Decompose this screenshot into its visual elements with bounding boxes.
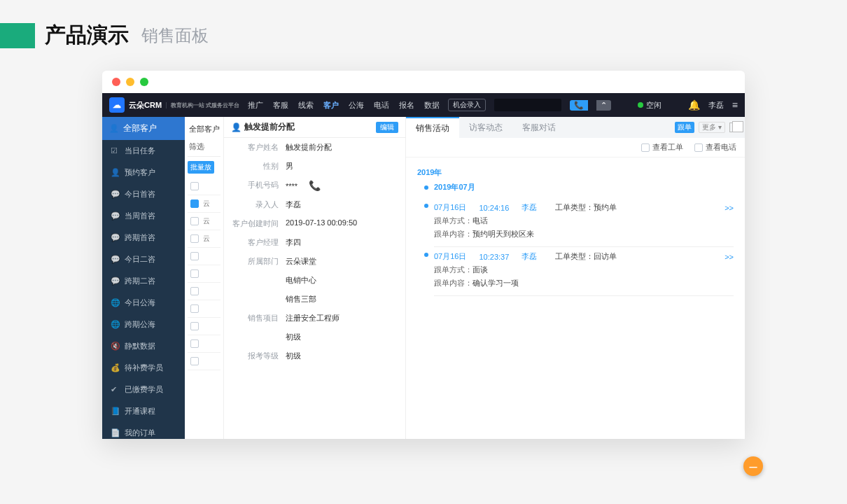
sidebar-item-appointment[interactable]: 👤预约客户 [102, 162, 185, 183]
timeline-year: 2019年 [417, 167, 734, 178]
sidebar-item-week-first[interactable]: 💬当周首咨 [102, 205, 185, 227]
app-body: 👤 全部客户 ☑当日任务 👤预约客户 💬今日首咨 💬当周首咨 💬跨期首咨 💬今日… [102, 117, 745, 439]
expand-icon[interactable]: >> [724, 204, 734, 212]
maximize-icon[interactable] [140, 78, 148, 86]
entry-time: 10:24:16 [479, 204, 509, 212]
sidebar-header[interactable]: 👤 全部客户 [102, 117, 185, 140]
list-row[interactable] [188, 335, 220, 353]
search-input[interactable] [494, 99, 561, 111]
list-cell: 云 [203, 234, 210, 244]
checkbox[interactable] [641, 144, 650, 152]
sidebar-item-cross-second[interactable]: 💬跨期二咨 [102, 270, 185, 292]
field-value: 初级 [286, 332, 398, 342]
list-row[interactable]: 云 [188, 195, 220, 213]
nav-service[interactable]: 客服 [273, 100, 288, 111]
sidebar-item-courses[interactable]: 📘开通课程 [102, 400, 185, 422]
list-row[interactable] [188, 248, 220, 265]
call-icon[interactable]: 📞 [309, 180, 321, 191]
sidebar-item-today-second[interactable]: 💬今日二咨 [102, 248, 185, 270]
list-cell: 云 [203, 216, 210, 226]
opportunity-entry-button[interactable]: 机会录入 [448, 99, 486, 111]
entry-content: 跟单内容：确认学习一项 [434, 278, 734, 288]
checkbox[interactable] [190, 357, 199, 365]
list-cell: 云 [203, 199, 210, 209]
more-button[interactable]: 更多 ▾ [699, 122, 725, 133]
close-icon[interactable] [112, 78, 120, 86]
checkbox[interactable] [190, 182, 199, 190]
copy-icon[interactable] [729, 122, 739, 132]
sidebar-item-silent[interactable]: 🔇静默数据 [102, 335, 185, 357]
nav-signup[interactable]: 报名 [399, 100, 414, 111]
minimize-icon[interactable] [126, 78, 134, 86]
sidebar-item-orders[interactable]: 📄我的订单 [102, 422, 185, 444]
checkbox[interactable] [190, 287, 199, 295]
window-controls [102, 71, 745, 93]
bulk-release-button[interactable]: 批量放 [188, 161, 214, 174]
list-row[interactable] [188, 265, 220, 283]
field-value: 男 [286, 161, 398, 172]
filter-view-ticket[interactable]: 查看工单 [641, 142, 683, 153]
entry-type: 工单类型：回访单 [555, 251, 617, 262]
nav-promotion[interactable]: 推广 [248, 100, 263, 111]
accent-block [0, 23, 35, 48]
person-icon: 👤 [231, 122, 241, 132]
sidebar-item-pending-fee[interactable]: 💰待补费学员 [102, 357, 185, 379]
sidebar-item-label: 跨期首咨 [125, 232, 155, 243]
sidebar-item-today-first[interactable]: 💬今日首咨 [102, 183, 185, 205]
follow-button[interactable]: 跟单 [675, 122, 694, 133]
nav-leads[interactable]: 线索 [298, 100, 314, 111]
entry-person: 李磊 [522, 202, 537, 213]
fab-button[interactable]: – [743, 456, 763, 476]
expand-icon[interactable]: >> [724, 253, 734, 261]
list-row[interactable] [188, 283, 220, 300]
list-header-row[interactable] [188, 178, 220, 195]
checkbox[interactable] [190, 322, 199, 330]
page-subtitle: 销售面板 [141, 24, 209, 47]
call-button[interactable]: 📞 [570, 100, 588, 111]
chat-icon: 💬 [111, 255, 119, 264]
sidebar-item-cross-first[interactable]: 💬跨期首咨 [102, 227, 185, 248]
list-row[interactable] [188, 353, 220, 370]
sidebar-item-cross-public[interactable]: 🌐跨期公海 [102, 314, 185, 335]
list-row[interactable]: 云 [188, 213, 220, 230]
field-label [231, 294, 286, 304]
list-filter[interactable]: 筛选 [188, 137, 220, 157]
current-user[interactable]: 李磊 [708, 100, 724, 111]
tab-visitor[interactable]: 访客动态 [459, 117, 512, 138]
sidebar-item-today-task[interactable]: ☑当日任务 [102, 140, 185, 162]
money-icon: 💰 [111, 363, 119, 372]
hangup-button[interactable]: ⌃ [596, 100, 611, 111]
bell-icon[interactable]: 🔔 [688, 99, 700, 111]
sidebar-item-paid[interactable]: ✔已缴费学员 [102, 379, 185, 400]
list-row[interactable] [188, 300, 220, 318]
nav-phone[interactable]: 电话 [374, 100, 389, 111]
brand-subtitle: 教育机构一站 式服务云平台 [166, 102, 239, 108]
tab-service-chat[interactable]: 客服对话 [512, 117, 566, 138]
menu-icon[interactable]: ≡ [732, 99, 738, 111]
checkbox[interactable] [190, 200, 199, 208]
checkbox[interactable] [190, 270, 199, 278]
nav-public[interactable]: 公海 [349, 100, 364, 111]
edit-button[interactable]: 编辑 [376, 122, 398, 133]
checkbox[interactable] [694, 144, 703, 152]
chat-icon: 💬 [111, 276, 119, 286]
filter-view-call[interactable]: 查看电话 [694, 142, 736, 153]
tab-sales-activity[interactable]: 销售活动 [406, 117, 459, 138]
nav-data[interactable]: 数据 [424, 100, 440, 111]
sidebar-item-today-public[interactable]: 🌐今日公海 [102, 292, 185, 314]
checkbox[interactable] [190, 304, 199, 313]
brand: ☁ 云朵CRM 教育机构一站 式服务云平台 [109, 97, 239, 113]
customer-detail-panel: 👤 触发提前分配 编辑 客户姓名触发提前分配 性别男 手机号码****📞 录入人… [224, 117, 406, 439]
list-row[interactable] [188, 318, 220, 335]
globe-icon: 🌐 [111, 320, 119, 329]
list-title: 全部客户 [188, 121, 220, 137]
checkbox[interactable] [190, 340, 199, 348]
checkbox[interactable] [190, 234, 199, 243]
checkbox[interactable] [190, 217, 199, 225]
field-value: 销售三部 [286, 294, 398, 304]
chat-icon: 💬 [111, 233, 119, 242]
list-row[interactable]: 云 [188, 230, 220, 248]
nav-customers[interactable]: 客户 [323, 100, 339, 111]
checkbox[interactable] [190, 252, 199, 260]
field-value: 初级 [286, 351, 398, 361]
